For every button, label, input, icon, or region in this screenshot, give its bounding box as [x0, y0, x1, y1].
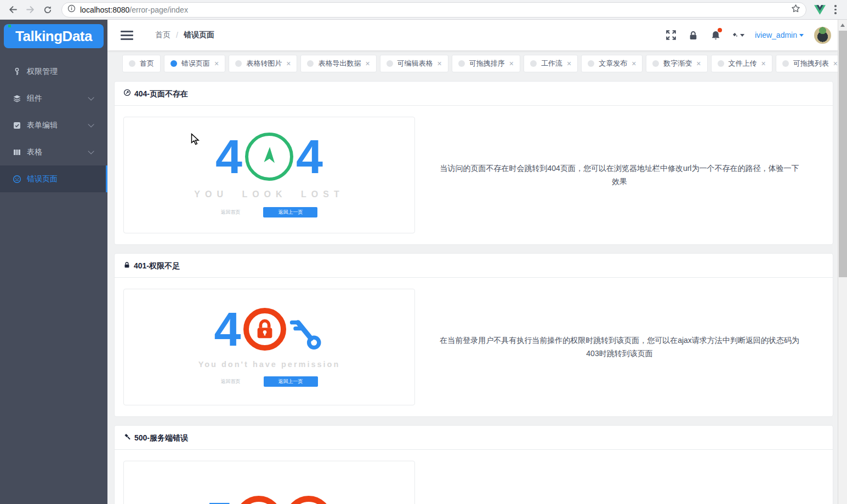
hamburger-menu-icon[interactable]	[121, 28, 133, 42]
tab-dot-icon	[458, 60, 465, 67]
card-title: 404-页面不存在	[134, 82, 188, 106]
tab-dot-icon	[235, 60, 242, 67]
close-icon[interactable]: ×	[761, 60, 766, 67]
breadcrumb-home[interactable]: 首页	[155, 30, 170, 40]
app-content: 首页 / 错误页面 iview_admin	[107, 20, 838, 504]
close-icon[interactable]: ×	[365, 60, 370, 67]
url-path: /error-page/index	[129, 5, 188, 14]
sidebar-item-label: 表格	[27, 147, 42, 157]
tab-label: 数字渐变	[663, 59, 692, 68]
illustration-back-button: 返回上一页	[263, 207, 317, 217]
back-button[interactable]	[5, 3, 20, 17]
notification-bell-icon[interactable]	[710, 29, 722, 41]
table-icon	[13, 148, 21, 157]
illustration-tagline: YOU LOOK LOST	[194, 190, 344, 199]
digit-4: 4	[215, 135, 242, 178]
refresh-icon[interactable]	[41, 3, 55, 17]
forward-button[interactable]	[23, 3, 37, 17]
tab-bar: 首页 错误页面 × 表格转图片 × 表格导出数据 × 可编辑表格 × 可拖拽排序…	[107, 50, 838, 77]
vue-devtools-icon[interactable]	[813, 4, 826, 16]
close-icon[interactable]: ×	[286, 60, 291, 67]
digit-4: 4	[296, 135, 323, 178]
breadcrumb: 首页 / 错误页面	[155, 30, 214, 40]
theme-paint-icon[interactable]	[732, 29, 744, 41]
error-401-illustration: 4 You don't have permission 返回首页 返回上一页	[123, 289, 415, 405]
sidebar: TalkingData 权限管理 组件 表单编辑 表格	[0, 20, 107, 504]
tab-dot-icon	[718, 60, 724, 67]
key-icon	[13, 67, 21, 76]
url-host: localhost:8080	[80, 5, 129, 14]
scrollbar-up-arrow-icon[interactable]	[840, 24, 845, 27]
close-icon[interactable]: ×	[214, 60, 219, 67]
sidebar-item-components[interactable]: 组件	[0, 85, 107, 112]
tab-label: 工作流	[541, 59, 562, 68]
tab-error-page[interactable]: 错误页面 ×	[164, 55, 225, 72]
card-404: 404-页面不存在 4 4 YOU LOOK LOST 返回首页 返回上一页	[114, 81, 833, 245]
breadcrumb-separator: /	[176, 31, 178, 39]
caret-down-icon	[740, 34, 744, 37]
avatar[interactable]	[814, 27, 831, 44]
address-bar[interactable]: localhost:8080/error-page/index	[61, 2, 806, 18]
tab-dot-icon	[588, 60, 594, 67]
card-404-header: 404-页面不存在	[115, 82, 833, 106]
illustration-home-link: 返回首页	[221, 378, 241, 385]
tab-editable-table[interactable]: 可编辑表格 ×	[380, 55, 448, 72]
url-text: localhost:8080/error-page/index	[80, 5, 787, 14]
card-500-description: 当请求之后出现服务端错误时跳转到该页面，你可以在ajax请求方法中判断返回的状态…	[415, 461, 824, 504]
card-title: 500-服务端错误	[134, 426, 188, 450]
tab-table-export[interactable]: 表格导出数据 ×	[300, 55, 376, 72]
card-401-header: 401-权限不足	[115, 254, 833, 278]
lock-icon[interactable]	[687, 29, 700, 41]
page-scrollbar[interactable]	[838, 20, 847, 504]
tab-file-upload[interactable]: 文件上传 ×	[711, 55, 772, 72]
sidebar-item-table[interactable]: 表格	[0, 139, 107, 165]
sidebar-item-error-page[interactable]: 错误页面	[0, 165, 107, 192]
sidebar-item-label: 错误页面	[27, 174, 58, 184]
tab-dot-icon	[652, 60, 659, 67]
breadcrumb-current: 错误页面	[184, 30, 214, 40]
tab-article-publish[interactable]: 文章发布 ×	[581, 55, 643, 72]
tab-number-gradient[interactable]: 数字渐变 ×	[646, 55, 707, 72]
info-icon[interactable]	[67, 4, 76, 15]
scrollbar-thumb[interactable]	[839, 31, 847, 277]
lock-ring-icon	[243, 308, 286, 351]
error-404-illustration: 4 4 YOU LOOK LOST 返回首页 返回上一页	[123, 117, 415, 233]
tab-label: 文章发布	[599, 59, 627, 68]
close-icon[interactable]: ×	[632, 60, 636, 67]
tab-workflow[interactable]: 工作流 ×	[524, 55, 578, 72]
close-icon[interactable]: ×	[437, 60, 442, 67]
checkbox-icon	[13, 121, 21, 130]
caret-down-icon	[799, 34, 804, 37]
sidebar-item-label: 权限管理	[27, 67, 58, 77]
tab-label: 可拖拽列表	[793, 59, 829, 68]
tab-drag-list[interactable]: 可拖拽列表 ×	[776, 55, 838, 72]
sidebar-item-permission[interactable]: 权限管理	[0, 58, 107, 85]
fullscreen-icon[interactable]	[665, 29, 677, 41]
tab-drag-sort[interactable]: 可拖拽排序 ×	[452, 55, 520, 72]
close-icon[interactable]: ×	[696, 60, 701, 67]
app-logo[interactable]: TalkingData	[4, 24, 104, 48]
tab-home[interactable]: 首页	[122, 55, 161, 72]
lock-icon	[123, 254, 130, 278]
username: iview_admin	[755, 31, 797, 39]
tab-dot-icon	[170, 60, 177, 67]
close-icon[interactable]: ×	[567, 60, 571, 67]
tab-dot-icon	[386, 60, 393, 67]
card-401-body: 4 You don't have permission 返回首页 返回上一页	[115, 278, 833, 416]
tab-table-to-image[interactable]: 表格转图片 ×	[229, 55, 297, 72]
chevron-down-icon	[88, 148, 94, 154]
tab-dot-icon	[307, 60, 314, 67]
sidebar-item-form-edit[interactable]: 表单编辑	[0, 112, 107, 139]
chevron-down-icon	[88, 94, 94, 100]
user-menu[interactable]: iview_admin	[755, 31, 804, 39]
close-icon[interactable]: ×	[509, 60, 514, 67]
illustration-back-button: 返回上一页	[264, 376, 318, 387]
logo-badge	[8, 25, 11, 27]
card-404-body: 4 4 YOU LOOK LOST 返回首页 返回上一页 当访问的页面不存在时会…	[115, 106, 833, 244]
card-401: 401-权限不足 4 You don't have permission	[114, 253, 833, 417]
close-icon[interactable]: ×	[833, 60, 838, 67]
browser-menu-icon[interactable]	[829, 4, 842, 16]
card-500: 500-服务端错误 5 当请求之后出现服务端错误时跳转到该页面，你可以在	[114, 425, 833, 504]
tab-label: 表格导出数据	[318, 59, 361, 68]
bookmark-star-icon[interactable]	[791, 4, 800, 15]
